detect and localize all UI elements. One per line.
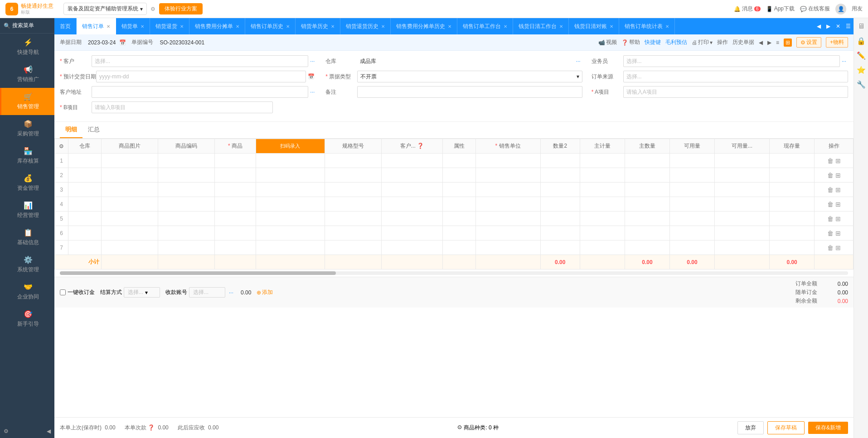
tab-close-order-history[interactable]: ✕ bbox=[286, 24, 290, 29]
settings-panel-btn[interactable]: ⚙ 设置 bbox=[796, 37, 821, 48]
address-more-btn[interactable]: ··· bbox=[308, 89, 316, 95]
online-service[interactable]: 💬 在线客服 bbox=[800, 5, 830, 13]
settlement-select[interactable]: 选择... ▾ bbox=[124, 287, 160, 298]
tab-close-sales-return[interactable]: ✕ bbox=[180, 24, 184, 29]
sidebar-collapse-icon[interactable]: ◀ bbox=[47, 428, 51, 434]
help-icon-small[interactable]: ❓ bbox=[148, 424, 155, 431]
delete-row-3[interactable]: 🗑 bbox=[827, 186, 834, 193]
delete-row-4[interactable]: 🗑 bbox=[827, 201, 834, 208]
right-panel-tool-icon[interactable]: 🔧 bbox=[855, 78, 868, 91]
account-select[interactable]: 选择... bbox=[189, 287, 225, 298]
nav-menu-icon[interactable]: ☰ bbox=[843, 23, 853, 29]
tab-close-sales-expense[interactable]: ✕ bbox=[236, 24, 239, 29]
cell-code-1[interactable] bbox=[158, 154, 215, 168]
sidebar-item-finance[interactable]: 💰 资金管理 bbox=[0, 169, 54, 197]
sidebar-item-marketing[interactable]: 📢 营销推广 bbox=[0, 61, 54, 88]
a-project-input[interactable] bbox=[623, 86, 848, 98]
delete-row-2[interactable]: 🗑 bbox=[827, 172, 834, 179]
cell-product-1[interactable] bbox=[215, 154, 256, 168]
sidebar-item-sales[interactable]: 🛒 销售管理 bbox=[0, 88, 54, 115]
customer-input[interactable] bbox=[92, 55, 308, 67]
delete-row-1[interactable]: 🗑 bbox=[827, 157, 834, 164]
tab-daily-workbench[interactable]: 钱货日清工作台 ✕ bbox=[513, 18, 569, 34]
quick-collect-checkbox[interactable] bbox=[60, 289, 66, 295]
tab-close-expense-history[interactable]: ✕ bbox=[448, 24, 451, 29]
sidebar-item-basic[interactable]: 📋 基础信息 bbox=[0, 224, 54, 251]
add-payment-btn[interactable]: ⊕ 添加 bbox=[257, 289, 273, 296]
tab-close-order-workbench[interactable]: ✕ bbox=[504, 24, 507, 29]
col-scan[interactable]: 扫码录入 bbox=[256, 139, 325, 154]
add-material-btn[interactable]: +物料 bbox=[826, 37, 848, 48]
copy-row-2[interactable]: ⊞ bbox=[835, 172, 841, 179]
discard-btn[interactable]: 放弃 bbox=[737, 421, 764, 434]
cell-spec-1[interactable] bbox=[325, 154, 381, 168]
tab-close-sales-order[interactable]: ✕ bbox=[107, 24, 110, 29]
nav-next-icon[interactable]: ▶ bbox=[824, 23, 833, 29]
cell-unit-1[interactable] bbox=[475, 154, 540, 168]
notifications[interactable]: 🔔 消息 6 bbox=[734, 5, 761, 13]
gear-icon[interactable]: ⚙ bbox=[150, 6, 155, 12]
right-panel-edit-icon[interactable]: ✏️ bbox=[855, 49, 868, 62]
industry-btn[interactable]: 体验行业方案 bbox=[159, 3, 203, 14]
salesperson-more-btn[interactable]: ··· bbox=[840, 58, 848, 64]
copy-row-6[interactable]: ⊞ bbox=[835, 230, 841, 237]
calendar-icon[interactable]: 📅 bbox=[119, 39, 126, 46]
operate-btn[interactable]: 操作 bbox=[717, 39, 728, 46]
delivery-date-input[interactable] bbox=[96, 71, 306, 82]
tab-close-sales-invoice[interactable]: ✕ bbox=[141, 24, 144, 29]
sidebar-item-guide[interactable]: 🎯 新手引导 bbox=[0, 305, 54, 332]
tab-close-daily-workbench[interactable]: ✕ bbox=[559, 24, 563, 29]
shortcut-btn[interactable]: 快捷键 bbox=[645, 39, 661, 46]
tab-sales-order[interactable]: 销售订单 ✕ bbox=[77, 18, 116, 34]
cell-attr-1[interactable] bbox=[442, 154, 475, 168]
tab-summary[interactable]: 汇总 bbox=[82, 122, 105, 138]
sidebar-settings-icon[interactable]: ⚙ bbox=[4, 428, 9, 434]
warehouse-more-btn[interactable]: ··· bbox=[574, 58, 582, 64]
history-btn[interactable]: 历史单据 bbox=[732, 39, 754, 46]
sidebar-item-purchase[interactable]: 📦 采购管理 bbox=[0, 115, 54, 142]
nav-close-icon[interactable]: ✕ bbox=[833, 23, 843, 29]
notes-input[interactable] bbox=[357, 86, 582, 98]
right-panel-lock-icon[interactable]: 🔒 bbox=[855, 34, 868, 47]
date-icon[interactable]: 📅 bbox=[306, 73, 316, 80]
tab-order-workbench[interactable]: 销售订单工作台 ✕ bbox=[457, 18, 513, 34]
cell-mainunit-1[interactable] bbox=[580, 154, 625, 168]
cell-stock-1[interactable] bbox=[770, 154, 815, 168]
copy-row-4[interactable]: ⊞ bbox=[835, 201, 841, 208]
tab-home[interactable]: 首页 bbox=[54, 18, 77, 34]
tab-close-return-history[interactable]: ✕ bbox=[381, 24, 385, 29]
sidebar-item-inventory[interactable]: 🏪 库存核算 bbox=[0, 142, 54, 169]
table-view-icon[interactable]: ⊞ bbox=[784, 39, 792, 47]
sidebar-item-system[interactable]: ⚙️ 系统管理 bbox=[0, 251, 54, 278]
delete-row-7[interactable]: 🗑 bbox=[827, 244, 834, 251]
cell-custcode-1[interactable] bbox=[381, 154, 442, 168]
nav-prev-icon[interactable]: ◀ bbox=[814, 23, 824, 29]
app-download[interactable]: 📱 App下载 bbox=[766, 5, 795, 13]
prev-record-icon[interactable]: ◀ bbox=[759, 39, 763, 46]
cell-warehouse-1[interactable] bbox=[68, 154, 102, 168]
sidebar-item-quick-nav[interactable]: ⚡ 快捷导航 bbox=[0, 34, 54, 61]
print-btn[interactable]: 🖨 打印 ▾ bbox=[692, 39, 713, 46]
delete-row-6[interactable]: 🗑 bbox=[827, 230, 834, 237]
tab-sales-stats[interactable]: 销售订单统计表 ✕ bbox=[619, 18, 675, 34]
tab-invoice-history[interactable]: 销货单历史 ✕ bbox=[296, 18, 340, 34]
horizontal-scrollbar[interactable] bbox=[54, 270, 853, 277]
delete-row-5[interactable]: 🗑 bbox=[827, 215, 834, 222]
salesperson-input[interactable] bbox=[623, 55, 840, 67]
tab-sales-expense[interactable]: 销售费用分摊单 ✕ bbox=[189, 18, 245, 34]
tab-detail[interactable]: 明细 bbox=[60, 122, 82, 138]
tab-return-history[interactable]: 销货退货历史 ✕ bbox=[340, 18, 391, 34]
copy-row-5[interactable]: ⊞ bbox=[835, 215, 841, 222]
sidebar-item-enterprise[interactable]: 🤝 企业协同 bbox=[0, 278, 54, 305]
save-new-btn[interactable]: 保存&新增 bbox=[808, 422, 848, 434]
tab-daily-reconcile[interactable]: 钱货日清对账 ✕ bbox=[569, 18, 619, 34]
tab-expense-history[interactable]: 销售费用分摊单历史 ✕ bbox=[391, 18, 457, 34]
customer-more-btn[interactable]: ··· bbox=[308, 58, 316, 64]
tab-sales-invoice[interactable]: 销货单 ✕ bbox=[116, 18, 150, 34]
cell-mainqty-1[interactable] bbox=[625, 154, 669, 168]
next-record-icon[interactable]: ▶ bbox=[767, 39, 771, 46]
list-view-icon[interactable]: ≡ bbox=[776, 39, 779, 46]
profit-btn[interactable]: 毛利预估 bbox=[665, 39, 687, 46]
tab-close-daily-reconcile[interactable]: ✕ bbox=[610, 24, 613, 29]
cell-image-1[interactable] bbox=[101, 154, 158, 168]
